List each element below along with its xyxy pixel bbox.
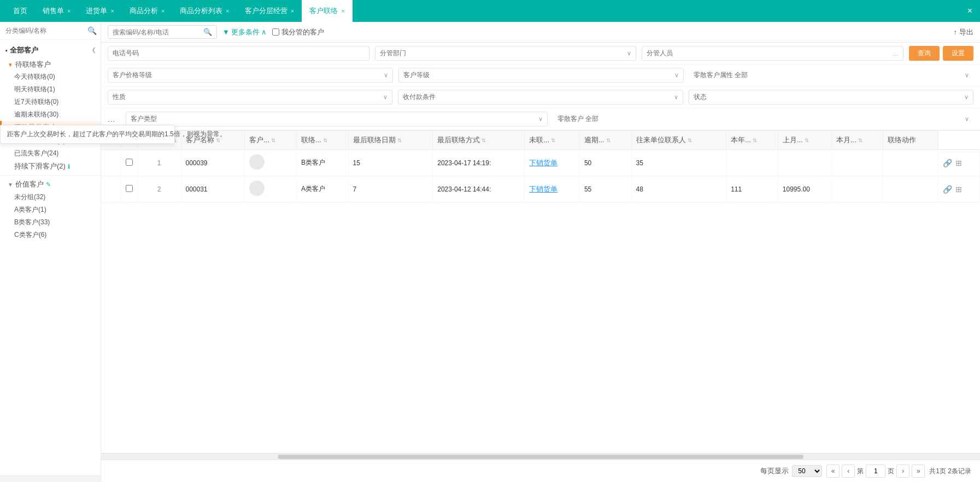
col-contact-count[interactable]: 联络... ⇅ xyxy=(296,131,348,150)
retail-attribute-field[interactable]: 零散客户属性 全部 ∨ xyxy=(689,68,973,82)
phone-field[interactable]: 电话号码 xyxy=(108,46,369,61)
customer-type-field[interactable]: 客户类型 ∨ xyxy=(126,112,547,126)
nav-purchase[interactable]: 进货单 × xyxy=(78,0,121,22)
row2-last-method[interactable]: 下销货单 xyxy=(525,176,580,202)
nav-close-product-analysis[interactable]: × xyxy=(161,8,165,14)
nav-customer-tier[interactable]: 客户分层经营 × xyxy=(237,0,302,22)
nav-close-customer-contact[interactable]: × xyxy=(341,8,344,14)
sidebar-tomorrow-pending[interactable]: 明天待联络(1) xyxy=(0,83,101,96)
window-close-icon[interactable]: × xyxy=(967,6,972,16)
col-this-month[interactable]: 本月... ⇅ xyxy=(831,131,883,150)
customer-level-field[interactable]: 客户等级 ∨ xyxy=(398,68,684,83)
page-input[interactable] xyxy=(866,464,885,478)
first-page-btn[interactable]: « xyxy=(826,464,840,478)
sidebar-a-class[interactable]: A类客户(1) xyxy=(0,204,101,216)
horizontal-scrollbar[interactable] xyxy=(101,453,980,460)
row2-last-month xyxy=(831,176,883,202)
row1-grid-icon[interactable]: ⊞ xyxy=(955,159,962,167)
next-page-btn[interactable]: › xyxy=(896,464,909,478)
prev-page-btn[interactable]: ‹ xyxy=(842,464,855,478)
main-search-icon[interactable]: 🔍 xyxy=(203,28,212,36)
my-customers-checkbox[interactable]: 我分管的客户 xyxy=(272,27,324,37)
nav-home[interactable]: 首页 xyxy=(5,0,35,22)
payment-terms-field[interactable]: 收付款条件 ∨ xyxy=(398,90,683,104)
nature-field[interactable]: 性质 ∨ xyxy=(108,90,392,104)
sidebar-declining[interactable]: 持续下滑客户(2) ℹ xyxy=(0,160,101,173)
row1-checkbox[interactable] xyxy=(126,159,133,166)
nav-product-analysis[interactable]: 商品分析 × xyxy=(122,0,172,22)
sidebar-churned[interactable]: 已流失客户(24) xyxy=(0,147,101,160)
nav-product-list[interactable]: 商品分析列表 × xyxy=(172,0,237,22)
retail-customer-field[interactable]: 零散客户 全部 ∨ xyxy=(553,112,973,126)
sidebar-7day-pending[interactable]: 近7天待联络(0) xyxy=(0,96,101,108)
per-page-select[interactable]: 50 20 100 xyxy=(792,465,822,477)
edit-icon[interactable]: ✎ xyxy=(46,181,51,188)
row2-not-contacted: 55 xyxy=(579,176,631,202)
main-search-box[interactable]: 🔍 xyxy=(108,25,217,39)
my-customers-check[interactable] xyxy=(272,28,279,36)
main-search-input[interactable] xyxy=(113,28,200,36)
nav-close-purchase[interactable]: × xyxy=(110,8,114,14)
col-last-contact-date[interactable]: 最后联络日期 ⇅ xyxy=(348,131,433,150)
settings-button[interactable]: 设置 xyxy=(943,46,973,61)
page-label: 第 xyxy=(857,467,864,476)
sidebar-today-pending[interactable]: 今天待联络(0) xyxy=(0,71,101,83)
info-icon-declining: ℹ xyxy=(68,163,70,170)
row1-link-icon[interactable]: 🔗 xyxy=(943,159,952,167)
row1-actions: 🔗 ⊞ xyxy=(943,159,975,167)
department-field[interactable]: 分管部门 ∨ xyxy=(375,46,637,61)
row1-last-date: 2023-04-17 14:19: xyxy=(433,150,525,176)
nav-sales[interactable]: 销售单 × xyxy=(35,0,78,22)
nav-close-product-list[interactable]: × xyxy=(226,8,229,14)
sidebar-unclassified[interactable]: 未分组(32) xyxy=(0,191,101,204)
scroll-thumb[interactable] xyxy=(278,455,803,459)
sidebar-tree: ▪ 全部客户 《 ▼ 待联络客户 今天待联络(0) 明天待联络(1) 近7天待联… xyxy=(0,40,101,475)
action-buttons: 查询 设置 xyxy=(909,46,973,61)
more-conditions-btn[interactable]: ▼ 更多条件 ∧ xyxy=(222,27,267,37)
sidebar-value-group[interactable]: ▼ 价值客户 ✎ xyxy=(0,178,101,191)
row2-actions: 🔗 ⊞ xyxy=(943,185,975,194)
row1-checkbox-cell[interactable] xyxy=(121,150,137,176)
row2-link-icon[interactable]: 🔗 xyxy=(943,185,952,194)
price-level-field[interactable]: 客户价格等级 ∨ xyxy=(108,68,393,83)
status-field[interactable]: 状态 ∨ xyxy=(689,90,973,104)
row2-grid-icon[interactable]: ⊞ xyxy=(955,185,962,194)
sidebar-pending-contact[interactable]: ▼ 待联络客户 xyxy=(0,57,101,71)
sidebar-search-input[interactable] xyxy=(5,27,87,34)
col-overdue[interactable]: 逾期... ⇅ xyxy=(579,131,631,150)
sidebar-c-class[interactable]: C类客户(6) xyxy=(0,229,101,241)
sidebar-b-class[interactable]: B类客户(33) xyxy=(0,216,101,229)
export-button[interactable]: ↑ 导出 xyxy=(954,27,974,37)
sidebar-collapse-icon[interactable]: 《 xyxy=(89,47,95,55)
col-unit-contact[interactable]: 往来单位联系人 ⇅ xyxy=(631,131,726,150)
nav-customer-contact[interactable]: 客户联络 × xyxy=(302,0,352,22)
col-last-month[interactable]: 上月... ⇅ xyxy=(778,131,831,150)
col-this-year[interactable]: 本年... ⇅ xyxy=(726,131,778,150)
row2-checkbox-cell[interactable] xyxy=(121,176,137,202)
row1-contact: 15 xyxy=(348,150,433,176)
col-last-contact-method[interactable]: 最后联络方式 ⇅ xyxy=(433,131,525,150)
sort-icon-method: ⇅ xyxy=(482,137,486,143)
page-navigation: « ‹ 第 页 › » xyxy=(826,464,925,478)
nav-close-customer-tier[interactable]: × xyxy=(291,8,294,14)
last-page-btn[interactable]: » xyxy=(912,464,925,478)
col-not-contacted[interactable]: 未联... ⇅ xyxy=(525,131,580,150)
filter-row-4: ... 客户类型 ∨ 零散客户 全部 ∨ xyxy=(101,108,980,130)
row1-last-method[interactable]: 下销货单 xyxy=(525,150,580,176)
sort-icon-unit-contact: ⇅ xyxy=(688,137,692,143)
export-icon: ↑ xyxy=(954,28,958,36)
filter-row-2: 客户价格等级 ∨ 客户等级 ∨ 零散客户属性 全部 ∨ xyxy=(101,65,980,86)
manager-dots[interactable]: … xyxy=(893,50,899,57)
col-customer-class[interactable]: 客户... ⇅ xyxy=(245,131,297,150)
nav-close-sales[interactable]: × xyxy=(67,8,71,14)
row2-checkbox[interactable] xyxy=(126,185,133,192)
sidebar-all-customers[interactable]: ▪ 全部客户 《 xyxy=(0,43,101,57)
query-button[interactable]: 查询 xyxy=(909,46,940,61)
more-filters-dots[interactable]: ... xyxy=(108,114,115,124)
row2-last-date: 2023-04-12 14:44: xyxy=(433,176,525,202)
sidebar-search-icon[interactable]: 🔍 xyxy=(87,26,97,35)
row1-avatar xyxy=(249,154,265,170)
sidebar-overdue[interactable]: 逾期未联络(30) xyxy=(0,108,101,121)
manager-field[interactable]: 分管人员 … xyxy=(642,46,903,61)
filter-conditions: 电话号码 分管部门 ∨ 分管人员 … 查询 设置 客户价格等级 xyxy=(101,43,980,131)
